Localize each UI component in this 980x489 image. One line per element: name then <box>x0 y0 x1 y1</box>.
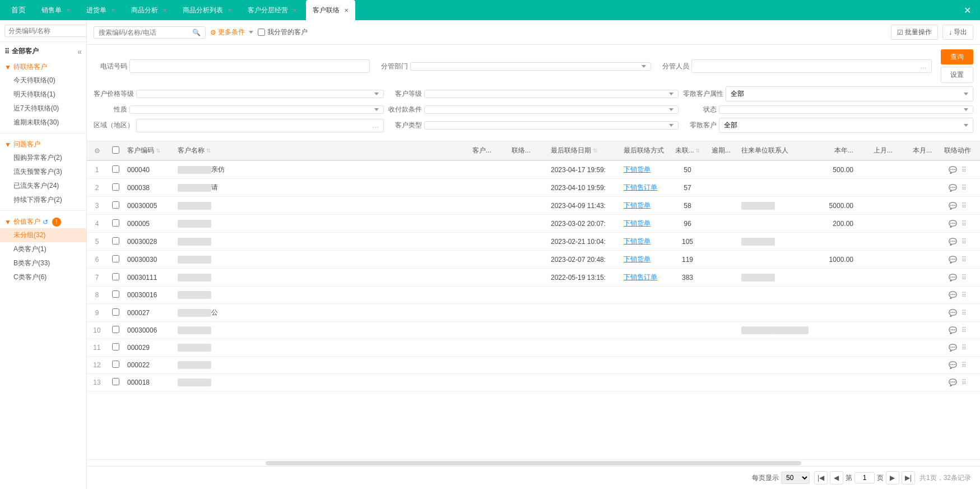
sidebar-item-churn-warning[interactable]: 流失预警客户(3) <box>0 165 86 179</box>
more-action-icon[interactable]: ⠿ <box>962 256 967 264</box>
next-page-btn[interactable]: ▶ <box>886 471 899 485</box>
message-icon[interactable]: 💬 <box>949 326 957 334</box>
row-check[interactable] <box>107 179 124 197</box>
th-settings[interactable]: ⚙ <box>87 141 107 160</box>
message-icon[interactable]: 💬 <box>949 361 957 369</box>
sidebar-item-churned[interactable]: 已流失客户(24) <box>0 179 86 193</box>
message-icon[interactable]: 💬 <box>949 220 957 228</box>
th-last-month[interactable]: 上月... <box>857 141 896 160</box>
row-checkbox[interactable] <box>112 201 119 209</box>
close-purchase-tab[interactable]: ✕ <box>111 7 115 13</box>
row-checkbox[interactable] <box>112 183 119 191</box>
row-checkbox[interactable] <box>112 343 119 350</box>
method-link[interactable]: 下销货单 <box>624 219 651 227</box>
query-btn[interactable]: 查询 <box>941 49 973 64</box>
message-icon[interactable]: 💬 <box>949 344 957 352</box>
row-check[interactable] <box>107 287 124 304</box>
th-last-date[interactable]: 最后联络日期 <box>547 141 620 160</box>
row-checkbox[interactable] <box>112 219 119 227</box>
close-customer-contact-tab[interactable]: ✕ <box>344 7 349 13</box>
dept-select[interactable] <box>410 62 651 71</box>
filter-search-input[interactable] <box>99 29 190 36</box>
row-checkbox[interactable] <box>112 290 119 298</box>
per-page-select[interactable]: 50 20 100 <box>781 472 810 484</box>
nav-tab-product-analysis[interactable]: 商品分析 ✕ <box>124 0 174 20</box>
sidebar-item-7days-pending[interactable]: 近7天待联络(0) <box>0 102 86 116</box>
status-select[interactable] <box>719 105 973 114</box>
row-check[interactable] <box>107 215 124 233</box>
message-icon[interactable]: 💬 <box>949 202 957 210</box>
more-conditions-btn[interactable]: ⚙ 更多条件 <box>210 27 253 37</box>
th-overdue[interactable]: 逾期... <box>704 141 738 160</box>
th-code[interactable]: 客户编码 <box>124 141 174 160</box>
price-level-select[interactable] <box>136 90 384 98</box>
row-check[interactable] <box>107 269 124 287</box>
prev-page-btn[interactable]: ◀ <box>830 471 843 485</box>
more-action-icon[interactable]: ⠿ <box>962 166 967 174</box>
row-checkbox[interactable] <box>112 326 119 333</box>
sidebar-problem-group[interactable]: ▼ 问题客户 <box>0 137 86 151</box>
nav-home[interactable]: 首页 <box>4 5 32 15</box>
nav-tab-customer-stratification[interactable]: 客户分层经营 ✕ <box>241 0 304 20</box>
close-sales-tab[interactable]: ✕ <box>66 7 71 13</box>
customer-level-select[interactable] <box>424 90 679 98</box>
sidebar-value-group[interactable]: ▼ 价值客户 ↺ ! <box>0 214 86 228</box>
row-check[interactable] <box>107 374 124 391</box>
row-checkbox[interactable] <box>112 237 119 245</box>
th-no-contact[interactable]: 未联... <box>671 141 704 160</box>
nav-tab-sales[interactable]: 销售单 ✕ <box>35 0 77 20</box>
first-page-btn[interactable]: |◀ <box>814 471 828 485</box>
row-checkbox[interactable] <box>112 361 119 368</box>
more-action-icon[interactable]: ⠿ <box>962 291 967 299</box>
more-action-icon[interactable]: ⠿ <box>962 379 967 386</box>
row-check[interactable] <box>107 304 124 322</box>
more-action-icon[interactable]: ⠿ <box>962 309 967 317</box>
method-link[interactable]: 下销售订单 <box>624 273 657 281</box>
row-check[interactable] <box>107 197 124 215</box>
message-icon[interactable]: 💬 <box>949 291 957 299</box>
th-last-method[interactable]: 最后联络方式 <box>620 141 671 160</box>
batch-ops-btn[interactable]: ☑ 批量操作 <box>891 25 938 40</box>
sidebar-pending-group[interactable]: ▼ 待联络客户 <box>0 59 86 73</box>
row-checkbox[interactable] <box>112 273 119 280</box>
row-checkbox[interactable] <box>112 308 119 316</box>
th-contact[interactable]: 联络... <box>508 141 547 160</box>
nav-tab-purchase[interactable]: 进货单 ✕ <box>80 0 122 20</box>
retail-customer-select[interactable]: 全部 <box>719 118 973 133</box>
sidebar-item-tomorrow-pending[interactable]: 明天待联络(1) <box>0 87 86 102</box>
method-link[interactable]: 下销货单 <box>624 165 651 173</box>
select-all-checkbox[interactable] <box>112 146 119 154</box>
sidebar-collapse-btn[interactable]: « <box>77 47 82 56</box>
close-product-analysis-list-tab[interactable]: ✕ <box>227 7 232 13</box>
method-link[interactable]: 下销货单 <box>624 255 651 263</box>
row-check[interactable] <box>107 322 124 339</box>
message-icon[interactable]: 💬 <box>949 309 957 317</box>
close-customer-stratification-tab[interactable]: ✕ <box>292 7 297 13</box>
page-input[interactable] <box>854 472 875 483</box>
method-link[interactable]: 下销售订单 <box>624 183 657 191</box>
sidebar-search-input[interactable] <box>4 25 87 37</box>
method-link[interactable]: 下销货单 <box>624 237 651 245</box>
row-checkbox[interactable] <box>112 255 119 262</box>
row-check[interactable] <box>107 233 124 251</box>
nature-select[interactable] <box>129 105 384 114</box>
th-name[interactable]: 客户名称 <box>174 141 469 160</box>
message-icon[interactable]: 💬 <box>949 184 957 192</box>
th-contact-person[interactable]: 往来单位联系人 <box>738 141 812 160</box>
nav-tab-customer-contact[interactable]: 客户联络 ✕ <box>306 0 355 20</box>
sidebar-item-class-c[interactable]: C类客户(6) <box>0 270 86 284</box>
more-action-icon[interactable]: ⠿ <box>962 184 967 192</box>
horizontal-scrollbar[interactable] <box>87 459 980 466</box>
all-customers-label[interactable]: 全部客户 <box>12 47 39 56</box>
th-this-month[interactable]: 本月... <box>896 141 935 160</box>
nav-tab-product-analysis-list[interactable]: 商品分析列表 ✕ <box>176 0 239 20</box>
sidebar-item-declining[interactable]: 持续下滑客户(2) <box>0 193 86 207</box>
th-this-year[interactable]: 本年... <box>812 141 857 160</box>
sidebar-item-class-b[interactable]: B类客户(33) <box>0 256 86 270</box>
phone-input[interactable] <box>129 59 370 73</box>
th-check[interactable] <box>107 141 124 160</box>
export-btn[interactable]: ↓ 导出 <box>942 25 973 40</box>
message-icon[interactable]: 💬 <box>949 166 957 174</box>
my-customers-checkbox-container[interactable]: 我分管的客户 <box>258 27 308 37</box>
method-link[interactable]: 下销货单 <box>624 201 651 209</box>
